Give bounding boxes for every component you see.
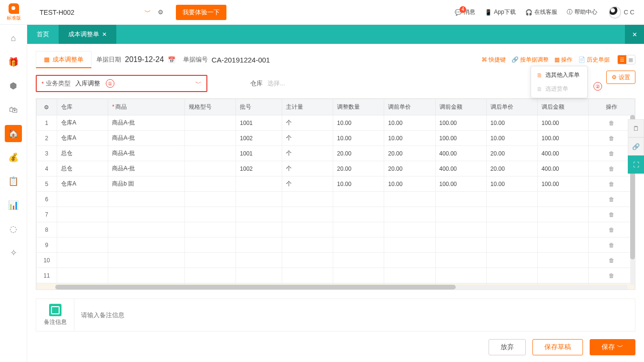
customer-service-link[interactable]: 🎧 在线客服 [525,8,557,16]
avatar[interactable] [609,6,621,19]
messages-badge: 4 [460,6,466,13]
help-icon: ⓘ [567,8,572,16]
settings-icon[interactable]: ⚙ [158,9,164,16]
app-download-link[interactable]: 📱 App下载 [485,8,515,16]
chevron-down-icon: ﹀ [144,8,151,17]
phone-icon: 📱 [485,9,492,16]
user-name[interactable]: C C [624,9,634,16]
headset-icon: 🎧 [525,9,532,16]
tenant-name: TEST-H002 [40,9,74,16]
try-button[interactable]: 我要体验一下 [176,5,226,20]
tenant-selector[interactable]: TEST-H002 ﹀ [36,5,155,20]
messages-link[interactable]: 💬 消息 4 [455,8,475,16]
logo: 标准版 [0,0,27,25]
help-center-link[interactable]: ⓘ 帮助中心 [567,8,597,16]
